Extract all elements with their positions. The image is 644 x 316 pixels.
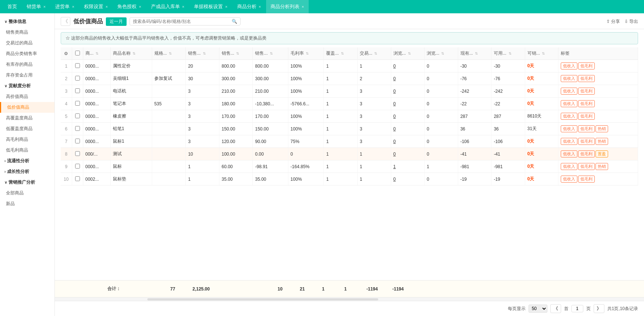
close-permissions-tab[interactable]: × (105, 4, 108, 9)
nav-product-analysis[interactable]: 商品分析 × (233, 0, 265, 13)
row-checkbox[interactable] (75, 139, 80, 143)
close-template-tab[interactable]: × (225, 4, 227, 9)
row-checkbox[interactable] (75, 101, 80, 106)
close-purchase-tab[interactable]: × (72, 4, 74, 9)
nav-home[interactable]: 首页 (3, 0, 21, 13)
page-size-select[interactable]: 50 100 200 (529, 305, 547, 313)
sidebar-item-traded-products[interactable]: 交易过的商品 (0, 38, 54, 48)
nav-template-settings[interactable]: 单据模板设置 × (189, 0, 232, 13)
view1-link[interactable]: 0 (393, 114, 396, 119)
row-name: 鼠标垫 (111, 173, 152, 186)
sidebar-item-low-value[interactable]: 低价值商品 (0, 102, 54, 113)
sidebar-section-circulation[interactable]: › 流通性分析 (0, 156, 54, 166)
col-spec[interactable]: 规格... ⇅ (152, 47, 186, 60)
sidebar-section-overall[interactable]: ∨ 整体信息 (0, 16, 54, 27)
view1-link[interactable]: 0 (393, 64, 396, 69)
select-all-checkbox[interactable] (75, 51, 80, 55)
view1-link[interactable]: 1 (393, 164, 396, 169)
view1-link[interactable]: 0 (393, 76, 396, 81)
nav-product-analysis-list[interactable]: 商品分析列表 × (266, 0, 308, 13)
collapse-button[interactable]: 《 (61, 17, 70, 26)
totals-table: 合计： 77 2,125.00 10 21 1 1 -1194 -1194 (61, 283, 638, 294)
row-checkbox-cell (72, 72, 83, 85)
col-stock[interactable]: 现有... ⇅ (458, 47, 492, 60)
close-finished-tab[interactable]: × (182, 4, 184, 9)
nav-sales[interactable]: 销货单 × (22, 0, 50, 13)
row-checkbox[interactable] (75, 63, 80, 68)
row-view1: 1 (391, 160, 425, 173)
sidebar-item-all-products[interactable]: 全部商品 (0, 188, 54, 198)
col-view2[interactable]: 浏览... ⇅ (425, 47, 458, 60)
table-header-row: ⚙ 商... ⇅ 商品名称 ⇅ 规格... ⇅ 销售... ⇅ 销售... ⇅ … (61, 47, 638, 60)
close-product-analysis-tab[interactable]: × (259, 4, 261, 9)
nav-permissions[interactable]: 权限设置 × (80, 0, 112, 13)
row-checkbox[interactable] (75, 126, 80, 131)
col-code[interactable]: 商... ⇅ (83, 47, 111, 60)
col-selldays[interactable]: 可销... ⇅ (525, 47, 559, 60)
row-checkbox[interactable] (75, 176, 80, 181)
view1-link[interactable]: 0 (393, 89, 396, 94)
view1-link[interactable]: 0 (393, 139, 396, 144)
sidebar-section-contribution[interactable]: ∨ 贡献度分析 (0, 81, 54, 91)
row-qty: 1 (186, 160, 219, 173)
row-stock: -981 (458, 160, 492, 173)
totals-qty: 77 (168, 283, 190, 294)
view1-link[interactable]: 0 (393, 101, 396, 106)
col-trade[interactable]: 交易... ⇅ (358, 47, 391, 60)
col-sale1[interactable]: 销售... ⇅ (219, 47, 253, 60)
time-filter-button[interactable]: 近一月 (106, 17, 127, 26)
row-cover: 1 (324, 135, 358, 148)
last-page-button[interactable]: 》 (594, 304, 604, 313)
sidebar-item-low-margin[interactable]: 低毛利商品 (0, 145, 54, 156)
close-list-tab[interactable]: × (302, 4, 304, 9)
nav-purchase[interactable]: 进货单 × (51, 0, 78, 13)
sidebar-item-new-products[interactable]: 新品 (0, 198, 54, 209)
col-view1[interactable]: 浏览... ⇅ (391, 47, 425, 60)
close-roles-tab[interactable]: × (139, 4, 141, 9)
page-number-input[interactable] (571, 305, 583, 312)
search-input[interactable] (133, 19, 230, 24)
select-all-column[interactable] (72, 47, 83, 60)
view1-link[interactable]: 0 (393, 126, 396, 132)
row-code: 0000... (83, 123, 111, 135)
share-button[interactable]: ⇪ 分享 (606, 18, 620, 25)
tag-badge: 低毛利 (578, 100, 595, 107)
sidebar-section-marketing[interactable]: ∨ 营销推广分析 (0, 177, 54, 188)
nav-roles[interactable]: 角色授权 × (113, 0, 145, 13)
col-gross[interactable]: 毛利率 ⇅ (288, 47, 324, 60)
row-tags: 低收入低毛利 (559, 98, 638, 110)
col-cover[interactable]: 覆盖... ⇅ (324, 47, 358, 60)
tag-badge: 低收入 (561, 88, 577, 95)
sidebar-item-stock-products[interactable]: 有库存的商品 (0, 59, 54, 70)
warning-text: ☆ 这部分商品的销售收入大幅低于商品平均销售收入，价值不高，可考虑调整营销策略，… (66, 35, 266, 41)
col-avail[interactable]: 可用... ⇅ (492, 47, 525, 60)
row-trade: 3 (358, 123, 391, 135)
row-checkbox[interactable] (75, 113, 80, 118)
sidebar-item-low-coverage[interactable]: 低覆盖度商品 (0, 123, 54, 134)
row-checkbox[interactable] (75, 164, 80, 169)
close-sales-tab[interactable]: × (43, 4, 46, 9)
nav-finished-goods[interactable]: 产成品入库单 × (147, 0, 189, 13)
sidebar-item-sales-products[interactable]: 销售类商品 (0, 27, 54, 38)
settings-column-header[interactable]: ⚙ (61, 47, 72, 60)
sidebar-item-high-coverage[interactable]: 高覆盖度商品 (0, 113, 54, 123)
sidebar-item-high-margin[interactable]: 高毛利商品 (0, 134, 54, 145)
sidebar-item-stock-funds[interactable]: 库存资金占用 (0, 70, 54, 81)
col-name[interactable]: 商品名称 ⇅ (111, 47, 152, 60)
tag-badge: 低毛利 (578, 75, 595, 82)
sidebar-item-high-value[interactable]: 高价值商品 (0, 91, 54, 102)
col-sale2[interactable]: 销售... ⇅ (253, 47, 288, 60)
col-qty[interactable]: 销售... ⇅ (186, 47, 219, 60)
sidebar-item-category-rate[interactable]: 商品分类销售率 (0, 48, 54, 59)
view1-link[interactable]: 0 (393, 177, 396, 182)
search-icon[interactable]: 🔍 (232, 19, 237, 24)
export-button[interactable]: ⇩ 导出 (624, 18, 638, 25)
first-page-button[interactable]: 《 (550, 304, 561, 313)
row-checkbox[interactable] (75, 88, 80, 93)
row-checkbox[interactable] (75, 151, 80, 156)
sidebar-section-growth[interactable]: › 成长性分析 (0, 166, 54, 177)
table-body: 1 0000... 属性定价 20 800.00 800.00 100% 1 1… (61, 60, 638, 186)
row-sale1: 150.00 (219, 123, 253, 135)
row-checkbox[interactable] (75, 76, 80, 81)
view1-link[interactable]: 0 (393, 152, 396, 157)
